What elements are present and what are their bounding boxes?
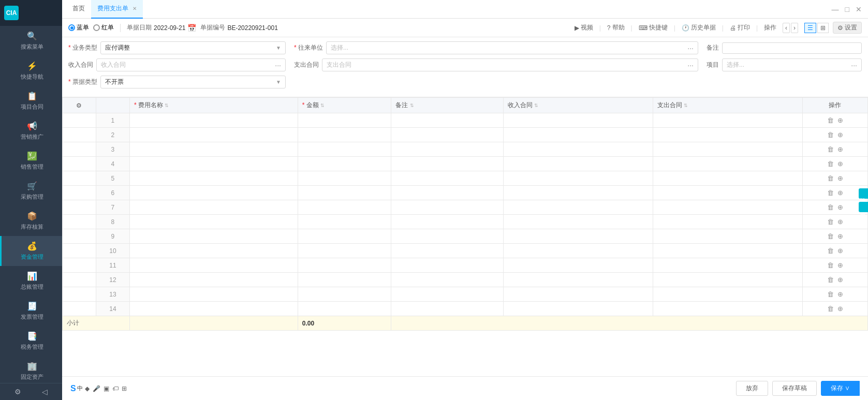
message-btn[interactable]: 消息 xyxy=(859,202,868,212)
delete-row-icon[interactable]: 🗑 xyxy=(827,189,834,197)
row-expense-name[interactable] xyxy=(129,171,298,186)
row-expense-contract[interactable] xyxy=(653,215,802,229)
copy-row-icon[interactable]: ⊕ xyxy=(837,116,843,124)
counterpart-input[interactable]: 选择... ··· xyxy=(326,41,698,54)
radio-red[interactable]: 红单 xyxy=(93,23,114,32)
business-type-input[interactable]: 应付调整 ▼ xyxy=(100,41,286,54)
row-income-contract[interactable] xyxy=(503,142,653,157)
tab-home[interactable]: 首页 xyxy=(66,0,91,19)
window-close[interactable]: ✕ xyxy=(854,4,864,14)
row-income-contract[interactable] xyxy=(503,200,653,215)
delete-row-icon[interactable]: 🗑 xyxy=(827,261,834,269)
invoice-type-input[interactable]: 不开票 ▼ xyxy=(100,76,286,88)
amount-sort-icon[interactable]: ⇅ xyxy=(320,103,325,108)
delete-row-icon[interactable]: 🗑 xyxy=(827,290,834,298)
row-income-contract[interactable] xyxy=(503,302,653,316)
more-icon[interactable]: ··· xyxy=(687,44,694,52)
delete-row-icon[interactable]: 🗑 xyxy=(827,174,834,182)
delete-row-icon[interactable]: 🗑 xyxy=(827,203,834,211)
copy-row-icon[interactable]: ⊕ xyxy=(837,276,843,284)
row-remark[interactable] xyxy=(391,287,504,302)
row-remark[interactable] xyxy=(391,171,504,186)
row-income-contract[interactable] xyxy=(503,113,653,128)
remark-sort-icon[interactable]: ⇅ xyxy=(410,103,414,108)
row-expense-name[interactable] xyxy=(129,302,298,316)
btn-history[interactable]: 🕐 历史单据 xyxy=(680,22,718,33)
row-income-contract[interactable] xyxy=(503,244,653,258)
copy-row-icon[interactable]: ⊕ xyxy=(837,232,843,240)
copy-row-icon[interactable]: ⊕ xyxy=(837,218,843,226)
copy-row-icon[interactable]: ⊕ xyxy=(837,261,843,269)
row-amount[interactable] xyxy=(298,229,391,244)
row-expense-contract[interactable] xyxy=(653,273,802,287)
row-remark[interactable] xyxy=(391,157,504,171)
row-amount[interactable] xyxy=(298,258,391,273)
row-expense-contract[interactable] xyxy=(653,128,802,142)
window-minimize[interactable]: — xyxy=(830,4,841,14)
sidebar-item-search[interactable]: 🔍 搜索菜单 xyxy=(0,26,62,56)
project-more-icon[interactable]: ··· xyxy=(851,61,857,69)
row-expense-name[interactable] xyxy=(129,273,298,287)
col-gear-header[interactable]: ⚙ xyxy=(63,98,96,113)
row-amount[interactable] xyxy=(298,142,391,157)
row-expense-contract[interactable] xyxy=(653,113,802,128)
sidebar-item-marketing[interactable]: 📢 营销推广 xyxy=(0,116,62,146)
sidebar-item-quick-nav[interactable]: ⚡ 快捷导航 xyxy=(0,56,62,86)
row-expense-name[interactable] xyxy=(129,258,298,273)
row-amount[interactable] xyxy=(298,171,391,186)
row-remark[interactable] xyxy=(391,273,504,287)
settings-icon[interactable]: ⚙ xyxy=(14,388,21,396)
btn-help[interactable]: ? 帮助 xyxy=(605,22,627,33)
copy-row-icon[interactable]: ⊕ xyxy=(837,290,843,298)
row-amount[interactable] xyxy=(298,302,391,316)
tab-expense-close[interactable]: ✕ xyxy=(133,6,137,11)
row-expense-name[interactable] xyxy=(129,229,298,244)
delete-row-icon[interactable]: 🗑 xyxy=(827,305,834,313)
row-amount[interactable] xyxy=(298,273,391,287)
row-expense-contract[interactable] xyxy=(653,244,802,258)
row-expense-contract[interactable] xyxy=(653,258,802,273)
row-amount[interactable] xyxy=(298,215,391,229)
tab-expense[interactable]: 费用支出单 ✕ xyxy=(91,0,143,19)
sidebar-item-accounting[interactable]: 📊 总账管理 xyxy=(0,266,62,296)
copy-row-icon[interactable]: ⊕ xyxy=(837,189,843,197)
row-remark[interactable] xyxy=(391,186,504,200)
delete-row-icon[interactable]: 🗑 xyxy=(827,160,834,168)
calendar-icon[interactable]: 📅 xyxy=(187,24,196,32)
row-expense-contract[interactable] xyxy=(653,157,802,171)
name-sort-icon[interactable]: ⇅ xyxy=(165,103,169,108)
view-list-btn[interactable]: ☰ xyxy=(804,23,816,33)
btn-print[interactable]: 🖨 打印 xyxy=(728,22,752,33)
prev-btn[interactable]: ‹ xyxy=(783,23,790,33)
row-expense-name[interactable] xyxy=(129,186,298,200)
row-expense-contract[interactable] xyxy=(653,142,802,157)
expense-more-icon[interactable]: ··· xyxy=(687,61,694,69)
sidebar-item-project[interactable]: 📋 项目合同 xyxy=(0,86,62,116)
row-income-contract[interactable] xyxy=(503,258,653,273)
row-remark[interactable] xyxy=(391,200,504,215)
delete-row-icon[interactable]: 🗑 xyxy=(827,116,834,124)
row-remark[interactable] xyxy=(391,142,504,157)
row-remark[interactable] xyxy=(391,244,504,258)
window-maximize[interactable]: □ xyxy=(843,4,851,14)
row-remark[interactable] xyxy=(391,215,504,229)
expense-contract-input[interactable]: 支出合同 ··· xyxy=(322,58,698,71)
row-remark[interactable] xyxy=(391,302,504,316)
sidebar-item-fund[interactable]: 💰 资金管理 xyxy=(0,236,62,266)
row-income-contract[interactable] xyxy=(503,186,653,200)
row-expense-name[interactable] xyxy=(129,142,298,157)
row-income-contract[interactable] xyxy=(503,157,653,171)
save-button[interactable]: 保存 ∨ xyxy=(821,381,860,396)
row-expense-name[interactable] xyxy=(129,200,298,215)
settings-button[interactable]: ⚙ 设置 xyxy=(833,22,862,34)
attachment-btn[interactable]: 附件 xyxy=(859,188,868,199)
copy-row-icon[interactable]: ⊕ xyxy=(837,247,843,255)
next-btn[interactable]: › xyxy=(791,23,798,33)
sidebar-item-invoice[interactable]: 🧾 发票管理 xyxy=(0,296,62,326)
sidebar-item-fixed-assets[interactable]: 🏢 固定资产 xyxy=(0,356,62,383)
draft-button[interactable]: 保存草稿 xyxy=(772,381,817,396)
row-amount[interactable] xyxy=(298,200,391,215)
row-expense-contract[interactable] xyxy=(653,171,802,186)
sidebar-item-sales[interactable]: 💹 销售管理 xyxy=(0,146,62,176)
copy-row-icon[interactable]: ⊕ xyxy=(837,203,843,211)
